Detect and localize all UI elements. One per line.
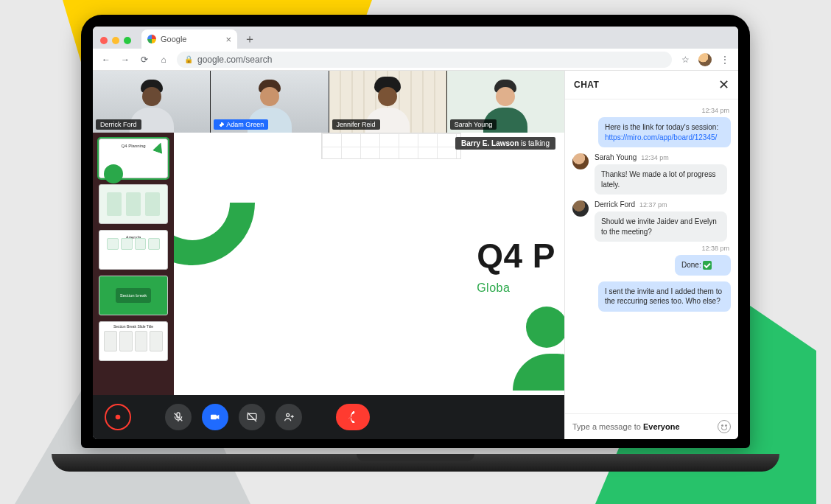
new-tab-button[interactable]: ＋ <box>242 31 258 47</box>
profile-avatar[interactable] <box>698 53 712 66</box>
chat-message-mine: Here is the link for today's session: ht… <box>598 117 731 147</box>
end-call-button[interactable] <box>336 404 370 430</box>
participant-video-strip: Derrick Ford Adam Green Jennifer Reid <box>93 71 564 133</box>
bookmark-star-icon[interactable]: ☆ <box>679 55 691 65</box>
video-tile[interactable]: Derrick Ford <box>93 71 211 133</box>
tab-title: Google <box>161 35 186 43</box>
message-time: 12:37 pm <box>639 201 667 209</box>
slide-thumb[interactable]: Q4 Planning <box>99 139 168 178</box>
chat-input-placeholder: Type a message to Everyone <box>572 422 712 431</box>
window-minimize-dot[interactable] <box>112 37 119 44</box>
video-tile[interactable]: Sarah Young <box>447 71 564 133</box>
thumb-title: Section break <box>99 276 167 315</box>
svg-rect-3 <box>211 415 217 420</box>
chat-bubble: Should we invite Jaidev and Evelyn to th… <box>595 211 727 242</box>
lock-icon: 🔒 <box>184 55 193 63</box>
message-time: 12:38 pm <box>574 245 729 252</box>
slide-decoration <box>526 307 564 348</box>
chat-close-icon[interactable]: ✕ <box>718 78 729 91</box>
address-bar[interactable]: 🔒 google.com/search <box>177 52 672 68</box>
slide-thumbnail-rail[interactable]: Q4 Planning Agenda Section break <box>93 133 174 395</box>
svg-point-0 <box>116 415 121 420</box>
add-participant-button[interactable] <box>276 404 302 430</box>
chat-author: Derrick Ford <box>595 200 635 209</box>
chat-input[interactable]: Type a message to Everyone <box>565 413 738 439</box>
slide-title: Q4 P <box>477 236 555 276</box>
thumb-title: Section Break Slide Title <box>99 324 167 329</box>
browser-toolbar: ← → ⟳ ⌂ 🔒 google.com/search ☆ ⋮ <box>93 49 738 71</box>
url-text: google.com/search <box>197 55 272 65</box>
slide-thumb[interactable]: Agenda <box>99 230 168 270</box>
chat-header: CHAT <box>574 80 599 90</box>
slide-thumb[interactable] <box>99 184 168 224</box>
slide-decoration <box>174 133 281 291</box>
chat-scroll[interactable]: 12:34 pm Here is the link for today's se… <box>565 99 738 413</box>
participant-name: Sarah Young <box>450 119 497 130</box>
message-time: 12:34 pm <box>641 154 669 161</box>
camera-button[interactable] <box>202 404 228 430</box>
shared-screen: Barry E. Lawson is talking Q4 P Globa <box>174 133 564 395</box>
chat-message-mine: I sent the invite and I added them to th… <box>598 281 731 312</box>
video-tile[interactable]: Jennifer Reid <box>329 71 447 133</box>
chat-message: Derrick Ford12:37 pm Should we invite Ja… <box>572 200 731 242</box>
slide-decoration <box>513 354 564 391</box>
participant-name-speaking: Adam Green <box>214 119 268 130</box>
chat-bubble: Thanks! We made a lot of progress lately… <box>595 164 727 195</box>
emoji-picker-icon[interactable] <box>718 420 731 433</box>
record-button[interactable] <box>105 404 131 430</box>
window-controls[interactable] <box>100 37 131 44</box>
canvas-grid <box>321 133 461 159</box>
laptop-mockup: Google × ＋ ← → ⟳ ⌂ 🔒 google.com/search ☆ <box>52 15 779 494</box>
chat-avatar <box>572 153 589 169</box>
slide-thumb[interactable]: Section Break Slide Title <box>99 321 168 361</box>
google-favicon <box>147 35 156 43</box>
call-control-bar <box>93 395 564 439</box>
check-emoji-icon <box>703 261 712 270</box>
browser-tabstrip: Google × ＋ <box>93 27 738 49</box>
chat-link[interactable]: https://miro.com/app/board/12345/ <box>605 133 717 141</box>
browser-menu-icon[interactable]: ⋮ <box>719 55 731 65</box>
mute-button[interactable] <box>165 404 192 430</box>
speaking-icon <box>218 122 224 128</box>
video-tile[interactable]: Adam Green <box>211 71 329 133</box>
chat-message: Sarah Young12:34 pm Thanks! We made a lo… <box>572 153 731 195</box>
window-close-dot[interactable] <box>100 37 108 44</box>
chat-author: Sarah Young <box>595 153 637 161</box>
slide-thumb[interactable]: Section break <box>99 276 168 315</box>
browser-tab[interactable]: Google × <box>141 29 237 49</box>
chat-avatar <box>572 200 589 217</box>
slide-subtitle: Globa <box>477 281 555 295</box>
chat-panel: CHAT ✕ 12:34 pm Here is the link for tod… <box>564 71 738 439</box>
nav-home-icon[interactable]: ⌂ <box>158 55 169 65</box>
share-screen-button[interactable] <box>239 404 265 430</box>
nav-back-icon[interactable]: ← <box>100 55 112 65</box>
participant-name: Jennifer Reid <box>332 119 380 130</box>
tab-close-icon[interactable]: × <box>225 35 231 44</box>
svg-point-6 <box>287 413 290 416</box>
nav-reload-icon[interactable]: ⟳ <box>138 55 150 65</box>
talking-banner: Barry E. Lawson is talking <box>455 137 555 150</box>
nav-forward-icon[interactable]: → <box>119 55 131 65</box>
window-zoom-dot[interactable] <box>124 37 131 44</box>
message-time: 12:34 pm <box>574 107 729 114</box>
participant-name: Derrick Ford <box>96 119 141 130</box>
chat-message-mine: Done: <box>675 255 731 276</box>
